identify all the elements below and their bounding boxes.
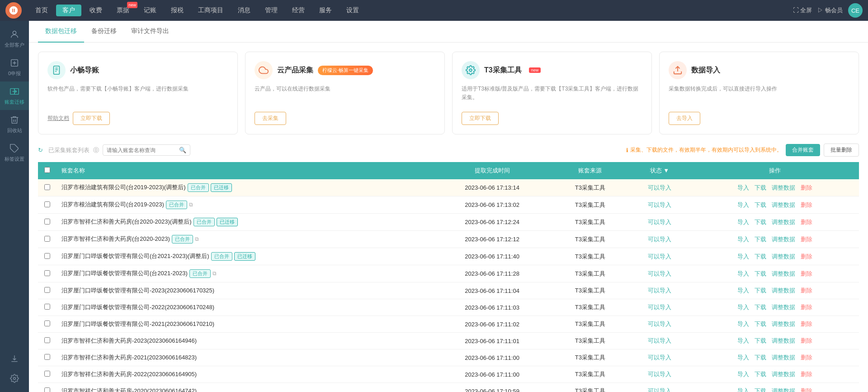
action-1[interactable]: 下载 bbox=[755, 219, 766, 225]
action-0[interactable]: 导入 bbox=[737, 371, 749, 378]
action-delete[interactable]: 删除 bbox=[801, 320, 812, 327]
action-2[interactable]: 调整数据 bbox=[772, 219, 795, 225]
action-1[interactable]: 下载 bbox=[755, 371, 766, 378]
action-1[interactable]: 下载 bbox=[755, 320, 766, 327]
action-1[interactable]: 下载 bbox=[755, 304, 766, 311]
sidebar-item-account-migrate[interactable]: 账套迁移 bbox=[0, 81, 29, 110]
nav-customer[interactable]: 客户 bbox=[56, 5, 81, 16]
row-checkbox[interactable] bbox=[44, 253, 50, 259]
action-0[interactable]: 导入 bbox=[737, 320, 749, 327]
refresh-icon[interactable]: ↻ bbox=[38, 147, 43, 153]
sidebar-item-settings[interactable] bbox=[9, 368, 20, 388]
row-checkbox[interactable] bbox=[44, 270, 50, 276]
action-1[interactable]: 下载 bbox=[755, 287, 766, 294]
go-import-btn[interactable]: 去导入 bbox=[669, 112, 700, 125]
copy-icon[interactable]: ⧉ bbox=[195, 236, 199, 242]
batch-del-btn[interactable]: 批量删除 bbox=[824, 143, 859, 157]
merge-btn[interactable]: 合并账套 bbox=[786, 144, 820, 156]
action-delete[interactable]: 删除 bbox=[801, 270, 812, 277]
select-all-checkbox[interactable] bbox=[44, 167, 50, 173]
action-0[interactable]: 导入 bbox=[737, 304, 749, 311]
action-2[interactable]: 调整数据 bbox=[772, 304, 795, 311]
row-checkbox[interactable] bbox=[44, 201, 50, 207]
nav-business[interactable]: 工商项目 bbox=[192, 5, 230, 16]
action-1[interactable]: 下载 bbox=[755, 387, 766, 392]
nav-accounting[interactable]: 记账 bbox=[137, 5, 163, 16]
row-checkbox[interactable] bbox=[44, 236, 50, 242]
action-delete[interactable]: 删除 bbox=[801, 354, 812, 361]
row-checkbox[interactable] bbox=[44, 304, 50, 310]
action-1[interactable]: 下载 bbox=[755, 201, 766, 208]
app-logo[interactable] bbox=[5, 2, 22, 19]
row-checkbox[interactable] bbox=[44, 184, 50, 190]
fullscreen-btn[interactable]: ⛶ 全屏 bbox=[793, 6, 812, 14]
action-2[interactable]: 调整数据 bbox=[772, 270, 795, 277]
action-0[interactable]: 导入 bbox=[737, 287, 749, 294]
sidebar-item-zero-declare[interactable]: 0申报 bbox=[0, 53, 29, 81]
nav-invoice[interactable]: 票据 new bbox=[110, 5, 136, 16]
sidebar-item-tag-setting[interactable]: 标签设置 bbox=[0, 139, 29, 167]
nav-charge[interactable]: 收费 bbox=[83, 5, 108, 16]
action-2[interactable]: 调整数据 bbox=[772, 253, 795, 260]
sidebar-item-recycle[interactable]: 回收站 bbox=[0, 110, 29, 139]
action-delete[interactable]: 删除 bbox=[801, 253, 812, 260]
sidebar-item-download[interactable] bbox=[9, 349, 20, 368]
help-doc-btn[interactable]: 帮助文档 bbox=[47, 115, 69, 122]
action-0[interactable]: 导入 bbox=[737, 236, 749, 243]
action-0[interactable]: 导入 bbox=[737, 270, 749, 277]
action-2[interactable]: 调整数据 bbox=[772, 320, 795, 327]
action-0[interactable]: 导入 bbox=[737, 253, 749, 260]
user-avatar[interactable]: CE bbox=[848, 3, 863, 18]
action-2[interactable]: 调整数据 bbox=[772, 337, 795, 344]
nav-manage[interactable]: 管理 bbox=[259, 5, 284, 16]
search-button[interactable]: 🔍 bbox=[179, 147, 186, 153]
action-2[interactable]: 调整数据 bbox=[772, 236, 795, 243]
copy-icon[interactable]: ⧉ bbox=[189, 201, 193, 208]
action-delete[interactable]: 删除 bbox=[801, 219, 812, 225]
action-1[interactable]: 下载 bbox=[755, 253, 766, 260]
action-delete[interactable]: 删除 bbox=[801, 304, 812, 311]
action-0[interactable]: 导入 bbox=[737, 337, 749, 344]
action-delete[interactable]: 删除 bbox=[801, 371, 812, 378]
action-0[interactable]: 导入 bbox=[737, 219, 749, 225]
nav-message[interactable]: 消息 bbox=[231, 5, 257, 16]
action-delete[interactable]: 删除 bbox=[801, 387, 812, 392]
action-2[interactable]: 调整数据 bbox=[772, 371, 795, 378]
action-2[interactable]: 调整数据 bbox=[772, 287, 795, 294]
row-checkbox[interactable] bbox=[44, 287, 50, 293]
th-status[interactable]: 状态 ▼ bbox=[628, 162, 691, 179]
action-0[interactable]: 导入 bbox=[737, 184, 749, 191]
action-1[interactable]: 下载 bbox=[755, 270, 766, 277]
copy-icon[interactable]: ⧉ bbox=[212, 270, 217, 277]
search-input[interactable] bbox=[107, 147, 179, 153]
vip-btn[interactable]: ▷ 畅会员 bbox=[817, 6, 843, 14]
nav-home[interactable]: 首页 bbox=[29, 5, 54, 16]
row-checkbox[interactable] bbox=[44, 320, 50, 326]
action-0[interactable]: 导入 bbox=[737, 201, 749, 208]
nav-service[interactable]: 服务 bbox=[313, 5, 338, 16]
action-2[interactable]: 调整数据 bbox=[772, 184, 795, 191]
row-checkbox[interactable] bbox=[44, 337, 50, 343]
row-checkbox[interactable] bbox=[44, 387, 50, 392]
collect-btn[interactable]: 去采集 bbox=[255, 112, 286, 125]
download-now-btn-2[interactable]: 立即下载 bbox=[462, 112, 499, 125]
action-delete[interactable]: 删除 bbox=[801, 337, 812, 344]
action-delete[interactable]: 删除 bbox=[801, 201, 812, 208]
download-now-btn-1[interactable]: 立即下载 bbox=[73, 112, 110, 125]
nav-setting[interactable]: 设置 bbox=[340, 5, 365, 16]
tab-audit-export[interactable]: 审计文件导出 bbox=[124, 21, 176, 43]
action-0[interactable]: 导入 bbox=[737, 354, 749, 361]
action-delete[interactable]: 删除 bbox=[801, 184, 812, 191]
action-2[interactable]: 调整数据 bbox=[772, 354, 795, 361]
action-1[interactable]: 下载 bbox=[755, 337, 766, 344]
tab-data-migrate[interactable]: 数据包迁移 bbox=[38, 21, 84, 43]
sidebar-item-all-clients[interactable]: 全部客户 bbox=[0, 24, 29, 53]
action-delete[interactable]: 删除 bbox=[801, 236, 812, 243]
action-delete[interactable]: 删除 bbox=[801, 287, 812, 294]
action-1[interactable]: 下载 bbox=[755, 184, 766, 191]
tab-backup-migrate[interactable]: 备份迁移 bbox=[84, 21, 124, 43]
nav-operation[interactable]: 经营 bbox=[286, 5, 311, 16]
row-checkbox[interactable] bbox=[44, 354, 50, 360]
action-2[interactable]: 调整数据 bbox=[772, 387, 795, 392]
action-0[interactable]: 导入 bbox=[737, 387, 749, 392]
